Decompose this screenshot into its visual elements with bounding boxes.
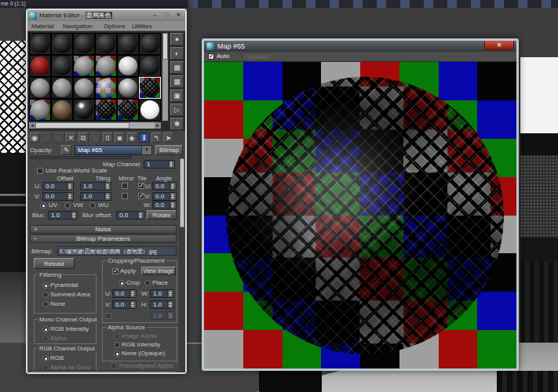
material-slot[interactable]	[139, 99, 161, 121]
material-slot[interactable]	[95, 55, 117, 77]
make-unique-icon[interactable]: ⧉	[78, 132, 89, 143]
v-tile-checkbox[interactable]	[138, 193, 144, 199]
apply-checkbox[interactable]	[112, 268, 119, 274]
material-slot[interactable]	[139, 55, 161, 77]
material-slot[interactable]	[139, 77, 161, 99]
crop-w-field[interactable]: 1.0	[150, 289, 174, 298]
v-offset-field[interactable]: 0.0	[42, 192, 74, 201]
material-slot[interactable]	[117, 55, 139, 77]
reload-button[interactable]: Reload	[34, 258, 75, 269]
rgb-radio[interactable]	[42, 355, 49, 361]
material-slot[interactable]	[117, 77, 139, 99]
menu-material[interactable]: Material	[31, 23, 53, 31]
image-alpha-radio[interactable]	[114, 333, 120, 339]
w-angle-field[interactable]: 0.0	[152, 201, 177, 209]
material-slot[interactable]	[95, 99, 117, 121]
wu-radio[interactable]	[89, 202, 96, 209]
premultiplied-checkbox[interactable]	[111, 363, 117, 369]
params-vscroll-thumb[interactable]	[180, 158, 184, 227]
material-slot[interactable]	[51, 77, 73, 99]
jitter-checkbox[interactable]	[105, 313, 111, 319]
map-window-close-button[interactable]: ✕	[484, 41, 514, 50]
menu-options[interactable]: Options	[104, 23, 126, 31]
sample-type-icon[interactable]: ●	[170, 33, 184, 45]
put-to-scene-icon[interactable]: ◎	[42, 132, 52, 143]
sample-uv-tiling-icon[interactable]: ▦	[170, 75, 184, 88]
summed-area-radio[interactable]	[42, 292, 49, 298]
material-slot[interactable]	[51, 55, 73, 77]
material-slot[interactable]	[51, 33, 73, 55]
material-slot[interactable]	[95, 33, 117, 55]
view-image-button[interactable]: View Image	[141, 267, 176, 275]
mono-rgb-intensity-radio[interactable]	[42, 326, 49, 332]
material-slot[interactable]	[51, 99, 73, 121]
map-window-titlebar[interactable]: Map #65 ✕	[204, 41, 516, 52]
use-real-world-checkbox[interactable]	[37, 168, 43, 174]
map-channel-field[interactable]: 1	[144, 160, 175, 169]
material-slot[interactable]	[73, 33, 95, 55]
u-tile-checkbox[interactable]	[138, 183, 144, 189]
material-slot[interactable]	[73, 55, 95, 77]
crop-h-field[interactable]: 1.0	[150, 300, 174, 309]
material-id-channel-icon[interactable]: 0	[103, 132, 113, 143]
blur-field[interactable]: 1.0	[48, 211, 78, 220]
hscroll-thumb[interactable]	[35, 122, 129, 129]
mono-alpha-radio[interactable]	[42, 336, 49, 342]
u-offset-field[interactable]: 0.0	[42, 182, 74, 191]
make-preview-icon[interactable]: ▷	[170, 103, 184, 116]
pyramidal-radio[interactable]	[42, 282, 49, 289]
vscroll-thumb[interactable]	[162, 33, 168, 60]
material-slot[interactable]	[95, 77, 117, 99]
maximize-button[interactable]: □	[162, 11, 172, 19]
close-button[interactable]: ✕	[173, 11, 184, 19]
bitmap-path-button[interactable]: E:\镂黑健\店面\贴图\圆网（透明度）.jpg	[57, 246, 177, 256]
material-slot[interactable]	[29, 55, 51, 77]
assign-to-selection-icon[interactable]: ◍	[54, 132, 64, 143]
params-vscrollbar[interactable]	[179, 156, 185, 372]
jitter-field[interactable]: 1.0	[150, 311, 174, 320]
dropdown-arrow-button[interactable]: ▼	[141, 146, 151, 154]
hscroll-right-arrow[interactable]: ►	[155, 122, 161, 129]
put-to-library-icon[interactable]: ▤	[90, 132, 100, 143]
v-tiling-field[interactable]: 1.0	[80, 192, 111, 201]
material-editor-titlebar[interactable]: Material Editor - 圆网黑色 – □ ✕	[27, 10, 185, 21]
material-slot[interactable]	[29, 33, 51, 55]
rotate-button[interactable]: Rotate	[147, 210, 177, 220]
get-material-icon[interactable]: ◉	[30, 132, 40, 143]
material-slot[interactable]	[139, 33, 161, 55]
show-end-result-icon[interactable]: ◈	[127, 132, 137, 143]
none-opaque-radio[interactable]	[114, 350, 120, 357]
place-radio[interactable]	[144, 280, 151, 286]
u-tiling-field[interactable]: 1.0	[80, 182, 111, 191]
menu-utilities[interactable]: Utilities	[132, 23, 152, 31]
noise-rollout[interactable]: + Noise	[30, 225, 177, 234]
crop-v-field[interactable]: 0.0	[112, 300, 137, 309]
material-slot[interactable]	[29, 99, 51, 121]
vw-radio[interactable]	[64, 202, 71, 209]
show-map-in-viewport-icon[interactable]: ◙	[115, 132, 125, 143]
time-rollout[interactable]: + Time	[30, 370, 177, 372]
pin-icon[interactable]: ➤	[163, 132, 173, 143]
reset-map-icon[interactable]: ✕	[66, 132, 76, 143]
slots-hscrollbar[interactable]: ◄ ►	[29, 122, 161, 129]
u-angle-field[interactable]: 0.0	[152, 182, 177, 191]
material-slot[interactable]	[29, 77, 51, 99]
none-radio[interactable]	[42, 301, 49, 307]
minimize-button[interactable]: –	[150, 11, 160, 19]
auto-checkbox[interactable]	[208, 53, 214, 60]
map-type-button[interactable]: Bitmap	[155, 145, 183, 155]
map-name-dropdown[interactable]: Map #65 ▼	[75, 145, 152, 155]
uv-radio[interactable]	[40, 202, 46, 209]
crop-radio[interactable]	[119, 280, 125, 286]
material-slot[interactable]	[73, 77, 95, 99]
options-icon[interactable]: ✱	[170, 118, 184, 129]
v-angle-field[interactable]: 0.0	[152, 192, 177, 201]
slots-vscrollbar[interactable]	[162, 33, 168, 121]
update-button[interactable]: Update	[242, 53, 275, 60]
material-slot[interactable]	[117, 99, 139, 121]
menu-navigation[interactable]: Navigation	[63, 23, 93, 31]
u-mirror-checkbox[interactable]	[122, 183, 128, 189]
v-mirror-checkbox[interactable]	[122, 193, 128, 199]
alpha-rgb-intensity-radio[interactable]	[114, 342, 120, 348]
blur-offset-field[interactable]: 0.0	[116, 211, 144, 220]
